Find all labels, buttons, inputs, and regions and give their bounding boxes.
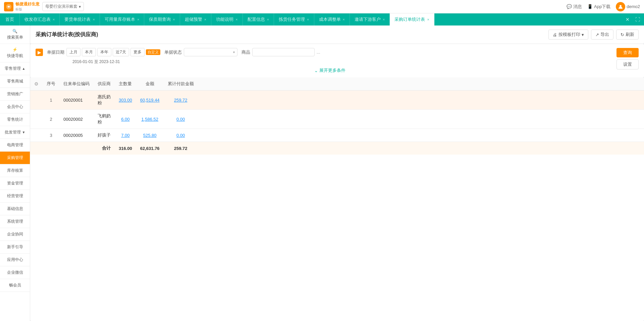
tab-available-stock[interactable]: 可用量库存账本 × bbox=[100, 13, 144, 25]
date-toggle-group: 上月 本月 本年 近7天 更多 自定义 bbox=[66, 48, 160, 56]
refresh-button[interactable]: ↻ 刷新 bbox=[616, 30, 639, 40]
sidebar-item-new-guide[interactable]: 新手引导 bbox=[0, 241, 30, 254]
sidebar-item-search[interactable]: 🔍 搜索英单 bbox=[0, 25, 30, 44]
amount-cell[interactable]: 525.80 bbox=[136, 129, 164, 142]
filter-goods-item: 商品 ... bbox=[241, 48, 320, 56]
this-month-btn[interactable]: 本月 bbox=[82, 48, 96, 56]
close-icon[interactable]: × bbox=[93, 17, 95, 21]
amount-cell[interactable]: 1,586.52 bbox=[136, 110, 164, 129]
sidebar-item-wholesale-mgmt[interactable]: 批发管理 ▼ bbox=[0, 126, 30, 139]
sidebar-item-enterprise-wechat[interactable]: 企业微信 bbox=[0, 266, 30, 279]
sidebar-item-system-mgmt[interactable]: 系统管理 bbox=[0, 215, 30, 228]
sidebar-item-inventory[interactable]: 库存核算 bbox=[0, 164, 30, 177]
logo-area: 畅捷通好生意 标版 bbox=[4, 1, 40, 12]
close-icon[interactable]: × bbox=[343, 17, 345, 21]
sidebar-item-marketing[interactable]: 营销推广 bbox=[0, 88, 30, 101]
tab-picking-task[interactable]: 拣货任务管理 × bbox=[274, 13, 314, 25]
paid-amount-cell[interactable]: 0.00 bbox=[164, 110, 198, 129]
filter-row-date-range: 2016-01-01 至 2023-12-31 bbox=[47, 59, 612, 65]
expand-tabs-icon[interactable]: ⛶ bbox=[634, 16, 641, 23]
status-select[interactable] bbox=[184, 48, 237, 56]
more-date-btn[interactable]: 更多 bbox=[130, 48, 145, 56]
close-icon[interactable]: × bbox=[235, 17, 237, 21]
tab-order-summary[interactable]: 要货单统计表 × bbox=[60, 13, 100, 25]
close-icon[interactable]: × bbox=[204, 17, 206, 21]
sidebar-item-purchase-mgmt[interactable]: 采购管理 bbox=[0, 152, 30, 164]
tab-overstock-warning[interactable]: 超储预警 × bbox=[180, 13, 211, 25]
sidebar-item-retail-stats[interactable]: 零售统计 bbox=[0, 113, 30, 126]
tab-label: 保质期查询 bbox=[149, 16, 171, 22]
close-icon[interactable]: × bbox=[53, 17, 55, 21]
close-icon[interactable]: × bbox=[383, 17, 385, 21]
tab-config-info[interactable]: 配置信息 × bbox=[243, 13, 274, 25]
sidebar-item-label: 电商管理 bbox=[7, 142, 23, 148]
row-settings-cell bbox=[30, 129, 43, 142]
main-layout: 🔍 搜索英单 ⚡ 快捷导航 零售管理 ▲ 零售商城 营销推广 会员中心 零售统计… bbox=[0, 25, 644, 321]
more-icon[interactable]: ... bbox=[317, 50, 320, 55]
app-download-action[interactable]: 📱 App下载 bbox=[587, 4, 610, 10]
col-main-qty: 主数量 bbox=[115, 77, 136, 91]
sidebar-item-member-center[interactable]: 会员中心 bbox=[0, 101, 30, 113]
close-icon[interactable]: × bbox=[307, 17, 309, 21]
date-filter-label: 单据日期 bbox=[47, 49, 64, 55]
close-icon[interactable]: × bbox=[267, 17, 269, 21]
last-7days-btn[interactable]: 近7天 bbox=[113, 48, 129, 56]
tab-shelf-life[interactable]: 保质期查询 × bbox=[144, 13, 180, 25]
refresh-icon: ↻ bbox=[621, 32, 624, 37]
query-button[interactable]: 查询 bbox=[616, 48, 639, 57]
settings-button[interactable]: 设置 bbox=[616, 59, 639, 69]
this-year-btn[interactable]: 本年 bbox=[97, 48, 111, 56]
main-qty-cell[interactable]: 303.00 bbox=[115, 91, 136, 110]
sidebar-item-enterprise-collab[interactable]: 企业协同 bbox=[0, 228, 30, 241]
tab-receive-summary[interactable]: 收发存汇总表 × bbox=[20, 13, 60, 25]
footer-empty-2 bbox=[43, 142, 59, 155]
export-button[interactable]: ↗ 导出 bbox=[591, 30, 613, 40]
tab-function-desc[interactable]: 功能说明 × bbox=[211, 13, 243, 25]
sidebar-item-finance[interactable]: 资金管理 bbox=[0, 177, 30, 190]
sidebar-item-retail-mall[interactable]: 零售商城 bbox=[0, 75, 30, 88]
tab-home[interactable]: 首页 bbox=[0, 13, 20, 25]
close-all-icon[interactable]: ✕ bbox=[624, 16, 631, 23]
tab-invite-downstream[interactable]: 邀请下游客户 × bbox=[350, 13, 390, 25]
last-month-btn[interactable]: 上月 bbox=[66, 48, 80, 56]
expand-more-button[interactable]: ⌄ 展开更多条件 bbox=[314, 67, 345, 73]
data-table-container: ⚙ 序号 往来单位编码 供应商 主数量 金额 累计付款金额 1 bbox=[30, 77, 644, 321]
close-icon[interactable]: × bbox=[137, 17, 139, 21]
sidebar-item-ecommerce[interactable]: 电商管理 bbox=[0, 139, 30, 152]
sidebar-item-app-center[interactable]: 应用中心 bbox=[0, 254, 30, 266]
paid-amount-cell[interactable]: 0.00 bbox=[164, 129, 198, 142]
sidebar-item-label: 企业协同 bbox=[7, 231, 23, 237]
sidebar-item-label: 新手引导 bbox=[7, 244, 23, 250]
main-qty-cell[interactable]: 7.00 bbox=[115, 129, 136, 142]
tab-label: 成本调整单 bbox=[319, 16, 341, 22]
sidebar-item-vip[interactable]: 畅会员 bbox=[0, 279, 30, 292]
tab-purchase-summary[interactable]: 采购订单统计表 × bbox=[390, 13, 434, 25]
page-header-actions: 🖨 按模板打印 ▾ ↗ 导出 ↻ 刷新 bbox=[548, 30, 639, 40]
filter-bar: ▶ 单据日期 上月 本月 本年 近7天 更多 自定义 bbox=[30, 44, 644, 77]
tab-label: 收发存汇总表 bbox=[24, 16, 51, 22]
sidebar-item-label: 快捷导航 bbox=[7, 53, 23, 59]
sidebar-item-label: 批发管理 bbox=[5, 129, 21, 135]
tab-cost-adjust[interactable]: 成本调整单 × bbox=[314, 13, 350, 25]
workspace-selector[interactable]: 母婴行业演示账套 ▾ bbox=[42, 2, 84, 11]
avatar bbox=[616, 2, 625, 11]
close-icon[interactable]: × bbox=[427, 17, 429, 21]
goods-input[interactable] bbox=[252, 48, 315, 56]
sidebar-item-quick-nav[interactable]: ⚡ 快捷导航 bbox=[0, 44, 30, 62]
sidebar-item-basic-info[interactable]: 基础信息 bbox=[0, 203, 30, 215]
user-area[interactable]: demo2 bbox=[616, 2, 640, 11]
sidebar-item-label: 企业微信 bbox=[7, 270, 23, 275]
table-settings-icon[interactable]: ⚙ bbox=[34, 81, 39, 87]
close-icon[interactable]: × bbox=[173, 17, 175, 21]
sidebar-item-operations[interactable]: 经营管理 bbox=[0, 190, 30, 203]
message-label: 消息 bbox=[573, 4, 582, 10]
sidebar-item-retail-mgmt[interactable]: 零售管理 ▲ bbox=[0, 62, 30, 75]
username-label: demo2 bbox=[627, 4, 640, 9]
template-print-button[interactable]: 🖨 按模板打印 ▾ bbox=[548, 30, 588, 40]
tab-label: 拣货任务管理 bbox=[279, 16, 305, 22]
paid-amount-cell[interactable]: 259.72 bbox=[164, 91, 198, 110]
filter-collapse-button[interactable]: ▶ bbox=[36, 49, 43, 56]
message-action[interactable]: 💬 消息 bbox=[567, 4, 582, 10]
main-qty-cell[interactable]: 6.00 bbox=[115, 110, 136, 129]
amount-cell[interactable]: 60,519.44 bbox=[136, 91, 164, 110]
